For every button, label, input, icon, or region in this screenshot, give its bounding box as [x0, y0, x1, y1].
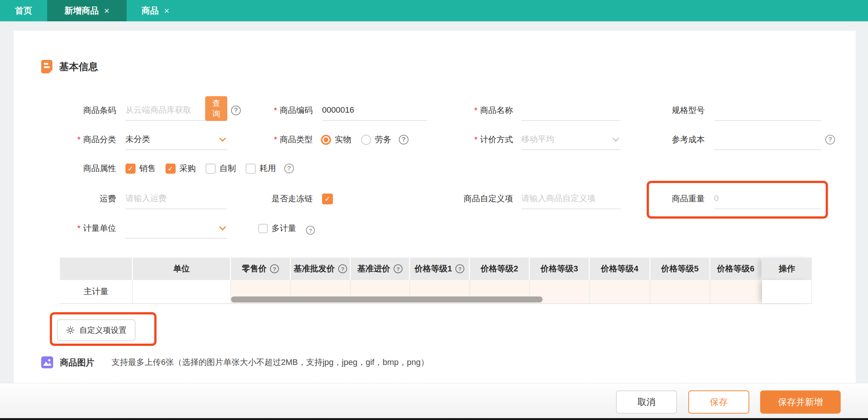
category-select[interactable]: 未分类 — [125, 129, 227, 150]
tab-product-label: 商品 — [142, 5, 159, 16]
save-button[interactable]: 保存 — [688, 390, 749, 414]
radio-physical[interactable]: 实物 — [321, 134, 351, 145]
spec-input[interactable] — [714, 105, 821, 115]
freight-input[interactable] — [125, 194, 227, 203]
cold-chain-checkbox[interactable]: ✓ — [322, 188, 345, 209]
horizontal-scrollbar[interactable] — [231, 296, 543, 302]
tab-home[interactable]: 首页 — [0, 0, 47, 21]
unit-label: *计量单位 — [41, 218, 116, 239]
spec-input-wrap — [714, 100, 821, 121]
price-level-4-cell[interactable] — [590, 280, 650, 303]
tab-new-product[interactable]: 新增商品 × — [47, 0, 127, 21]
barcode-input[interactable] — [125, 105, 205, 115]
code-label: *商品编码 — [232, 100, 313, 121]
required-asterisk: * — [474, 106, 477, 115]
header-actions: 操作 — [762, 258, 812, 280]
pricing-label: *计价方式 — [447, 129, 513, 150]
header-purchase-price: 基准进价? — [351, 258, 410, 280]
header-price-level-2: 价格等级2 — [470, 258, 530, 280]
ref-cost-field: 参考成本 ? — [637, 129, 835, 150]
help-icon[interactable]: ? — [455, 264, 464, 273]
help-icon[interactable]: ? — [306, 226, 315, 235]
help-icon[interactable]: ? — [270, 264, 279, 273]
cancel-button[interactable]: 取消 — [616, 390, 677, 414]
barcode-search-button[interactable]: 查询 — [205, 96, 227, 121]
custom-fields-settings-label: 自定义项设置 — [79, 325, 127, 335]
product-images-hint: 支持最多上传6张（选择的图片单张大小不超过2MB，支持jpg，jpeg，gif，… — [112, 357, 429, 368]
radio-unselected-icon — [361, 135, 371, 145]
close-icon[interactable]: × — [104, 6, 109, 15]
tab-new-product-label: 新增商品 — [64, 5, 99, 16]
checkbox-self-made-label: 自制 — [219, 163, 236, 174]
ref-cost-input[interactable] — [714, 134, 821, 144]
cold-chain-label: 是否走冻链 — [232, 188, 313, 209]
freight-field: 运费 — [41, 188, 227, 209]
code-input-wrap — [322, 100, 427, 121]
multi-unit-field: 多计量 ? — [258, 218, 345, 239]
category-label: *商品分类 — [41, 129, 116, 150]
footer-bar: 取消 保存 保存并新增 — [0, 383, 868, 418]
cold-chain-field: 是否走冻链 ✓ — [232, 188, 345, 209]
product-images-section: 商品图片 支持最多上传6张（选择的图片单张大小不超过2MB，支持jpg，jpeg… — [41, 356, 429, 368]
barcode-input-wrap: 查询 — [125, 100, 227, 121]
image-icon — [41, 356, 53, 368]
radio-service[interactable]: 劳务 — [361, 134, 391, 145]
multi-unit-label: 多计量 — [271, 223, 296, 234]
section-title: 基本信息 — [59, 60, 98, 73]
basic-info-section-header: 基本信息 — [41, 60, 98, 73]
checkbox-self-made[interactable]: 自制 — [206, 163, 236, 174]
required-asterisk: * — [77, 135, 81, 144]
unit-select[interactable] — [125, 218, 227, 239]
actions-cell — [762, 280, 812, 303]
save-and-new-button[interactable]: 保存并新增 — [760, 390, 841, 414]
freight-input-wrap — [125, 188, 227, 209]
checkbox-purchase-label: 采购 — [179, 163, 196, 174]
multi-unit-checkbox-group: 多计量 ? — [258, 218, 345, 239]
name-label: *商品名称 — [447, 100, 513, 121]
tab-product[interactable]: 商品 × — [127, 0, 184, 21]
checkbox-purchase[interactable]: ✓ 采购 — [166, 163, 196, 174]
checkbox-unchecked-icon — [206, 164, 216, 174]
help-icon[interactable]: ? — [825, 135, 835, 144]
radio-physical-label: 实物 — [335, 134, 351, 145]
header-unit: 单位 — [133, 258, 231, 280]
checkbox-unchecked-icon — [258, 224, 268, 233]
help-icon[interactable]: ? — [284, 164, 294, 173]
name-input-wrap — [521, 100, 620, 121]
radio-selected-icon — [321, 135, 331, 145]
price-level-6-cell[interactable] — [710, 280, 762, 303]
required-asterisk: * — [274, 135, 277, 144]
close-icon[interactable]: × — [164, 6, 169, 15]
product-images-title: 商品图片 — [60, 357, 94, 368]
header-retail-price: 零售价? — [231, 258, 291, 280]
checkbox-consume-label: 耗用 — [260, 163, 276, 174]
barcode-label: 商品条码 — [41, 100, 116, 121]
checkbox-consume[interactable]: 耗用 — [246, 163, 276, 174]
name-input[interactable] — [521, 105, 620, 115]
pricing-select[interactable]: 移动平均 — [521, 129, 620, 150]
required-asterisk: * — [274, 106, 277, 115]
table-row: 主计量 — [60, 280, 812, 304]
custom-item-input[interactable] — [521, 194, 620, 203]
custom-item-label: 商品自定义项 — [447, 188, 513, 209]
help-icon[interactable]: ? — [338, 264, 347, 273]
checkbox-multi-unit[interactable]: 多计量 — [258, 223, 296, 234]
category-field: *商品分类 未分类 — [41, 129, 227, 150]
weight-input[interactable] — [714, 194, 821, 203]
custom-item-field: 商品自定义项 — [447, 188, 620, 209]
checkbox-checked-icon: ✓ — [166, 164, 176, 174]
checkbox-sale[interactable]: ✓ 销售 — [125, 163, 156, 174]
help-icon[interactable]: ? — [399, 135, 409, 144]
type-field: *商品类型 实物 劳务 ? — [232, 129, 444, 150]
weight-input-wrap — [714, 188, 821, 209]
weight-field: 商品重量 — [637, 188, 821, 209]
code-input[interactable] — [322, 105, 427, 115]
chevron-down-icon — [612, 135, 619, 141]
help-icon[interactable]: ? — [394, 264, 403, 273]
price-level-5-cell[interactable] — [650, 280, 710, 303]
required-asterisk: * — [474, 135, 477, 144]
custom-fields-settings-button[interactable]: 自定义项设置 — [57, 319, 136, 341]
required-asterisk: * — [77, 223, 81, 233]
unit-cell[interactable] — [133, 280, 231, 303]
attrs-checkbox-group: ✓ 销售 ✓ 采购 自制 耗用 ? — [125, 158, 365, 179]
